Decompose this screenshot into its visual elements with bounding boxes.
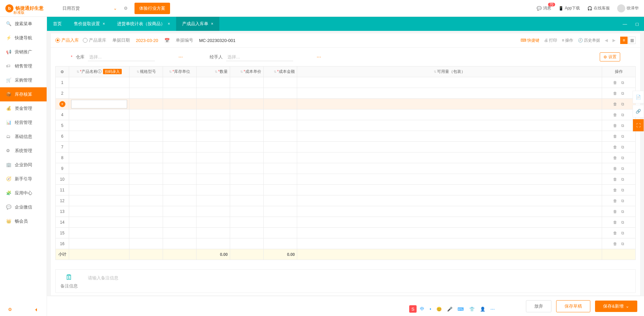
delete-icon[interactable]: 🗑 [613,241,617,246]
product-name-input[interactable] [71,100,127,108]
list-view-icon[interactable]: ≡ [620,37,628,44]
app-settings-icon[interactable]: ⚙ [124,6,128,11]
table-row[interactable]: 15🗑⧉ [56,228,636,238]
dock-note-icon[interactable]: 📄 [633,91,644,103]
help-icon[interactable]: ⓘ [98,69,102,74]
table-row[interactable]: 10🗑⧉ [56,174,636,185]
delete-icon[interactable]: 🗑 [613,188,617,192]
delete-icon[interactable]: 🗑 [613,80,617,85]
copy-icon[interactable]: ⧉ [621,231,624,235]
remarks-textarea[interactable] [83,270,635,292]
tab-0[interactable]: 首页 [47,17,68,31]
maximize-icon[interactable]: ◻ [631,18,643,30]
close-icon[interactable]: × [211,21,213,26]
hotkey-button[interactable]: ⌨快捷键 [521,38,539,43]
delete-icon[interactable]: 🗑 [613,231,617,235]
scan-button[interactable]: 扫码录入 [103,69,122,74]
sidebar-item-11[interactable]: 🧭新手引导 [0,172,47,186]
ime-tools-icons[interactable]: • 😊 🎤 ⌨ 👕 👤 ⋯ [430,307,497,312]
copy-icon[interactable]: ⧉ [621,134,624,139]
sidebar-item-6[interactable]: 💰资金管理 [0,101,47,116]
table-row[interactable]: 1🗑⧉ [56,77,636,88]
radio-product-out[interactable]: 产品退库 [83,37,106,43]
col-spec[interactable]: ⇅规格型号 [129,66,163,77]
copy-icon[interactable]: ⧉ [621,155,624,160]
copy-icon[interactable]: ⧉ [621,102,624,106]
delete-icon[interactable]: 🗑 [613,166,617,171]
sidebar-item-3[interactable]: 🏷销售管理 [0,59,47,73]
table-row[interactable]: +🗑⧉ [56,99,636,109]
close-icon[interactable]: × [103,21,105,26]
table-row[interactable]: 16🗑⧉ [56,238,636,249]
add-row-icon[interactable]: + [59,101,65,107]
copy-icon[interactable]: ⧉ [621,91,624,96]
user-menu[interactable]: 徐泽华 [617,4,639,12]
col-qty[interactable]: ⇅*数量 [197,66,230,77]
discard-button[interactable]: 放弃 [526,300,551,312]
cta-industry-button[interactable]: 体验行业方案 [135,3,170,14]
collapse-icon[interactable]: ⏴ [34,307,39,312]
tab-1[interactable]: 售价提取设置× [68,17,111,31]
delete-icon[interactable]: 🗑 [613,209,617,214]
date-value[interactable]: 2023-03-20 [136,38,158,43]
ime-s-icon[interactable]: S [409,305,417,313]
table-row[interactable]: 6🗑⧉ [56,131,636,142]
copy-icon[interactable]: ⧉ [621,177,624,182]
col-settings[interactable]: ⚙ [56,66,69,77]
table-row[interactable]: 8🗑⧉ [56,152,636,163]
copy-icon[interactable]: ⧉ [621,123,624,128]
operate-button[interactable]: ≡操作 [562,38,573,43]
next-icon[interactable]: ▶ [612,38,615,43]
warehouse-more-icon[interactable]: ⋯ [178,54,183,59]
col-unit[interactable]: ⇅*库存单位 [163,66,197,77]
delete-icon[interactable]: 🗑 [613,220,617,225]
delete-icon[interactable]: 🗑 [613,91,617,96]
close-icon[interactable]: × [168,21,170,26]
sidebar-item-1[interactable]: ⚡快捷导航 [0,31,47,45]
copy-icon[interactable]: ⧉ [621,80,624,85]
messages-button[interactable]: 💬 消息 70 [537,5,551,11]
print-button[interactable]: 🖨打印 [544,38,557,43]
sidebar-item-8[interactable]: 🗂基础信息 [0,130,47,144]
table-row[interactable]: 5🗑⧉ [56,120,636,131]
copy-icon[interactable]: ⧉ [621,220,624,225]
col-available[interactable]: ⇅可用量（包装） [297,66,602,77]
delete-icon[interactable]: 🗑 [613,123,617,128]
copy-icon[interactable]: ⧉ [621,198,624,203]
handler-more-icon[interactable]: ⋯ [317,54,321,59]
form-settings-button[interactable]: ⚙ 设置 [600,52,620,61]
delete-icon[interactable]: 🗑 [613,177,617,182]
sidebar-item-14[interactable]: 👑畅会员 [0,214,47,228]
grid-view-icon[interactable]: ▦ [628,37,636,44]
table-row[interactable]: 13🗑⧉ [56,206,636,217]
history-button[interactable]: 🕘历史单据 [578,38,600,43]
sidebar-item-4[interactable]: 🛒采购管理 [0,73,47,87]
table-row[interactable]: 12🗑⧉ [56,195,636,206]
calendar-icon[interactable]: 📅 [164,38,170,43]
dock-attach-icon[interactable]: 🔗 [633,105,644,118]
app-download-button[interactable]: 📱 App下载 [558,5,580,11]
col-product-name[interactable]: ⇅*产品名称ⓘ扫码录入 [69,66,129,77]
sidebar-item-10[interactable]: 🏢企业协同 [0,158,47,172]
table-row[interactable]: 2🗑⧉ [56,88,636,99]
sidebar-item-13[interactable]: 💬企业微信 [0,200,47,214]
sidebar-item-9[interactable]: ⚙系统管理 [0,144,47,158]
delete-icon[interactable]: 🗑 [613,145,617,149]
copy-icon[interactable]: ⧉ [621,209,624,214]
sidebar-item-7[interactable]: 📊经营管理 [0,116,47,130]
support-button[interactable]: 🎧 在线客服 [587,5,610,11]
sidebar-item-0[interactable]: 🔍搜索菜单 [0,17,47,31]
delete-icon[interactable]: 🗑 [613,112,617,117]
table-row[interactable]: 7🗑⧉ [56,142,636,152]
minimize-icon[interactable]: — [619,18,631,30]
save-draft-button[interactable]: 保存草稿 [556,300,590,312]
prev-icon[interactable]: ◀ [605,38,608,43]
warehouse-input[interactable] [88,53,155,61]
copy-icon[interactable]: ⧉ [621,112,624,117]
delete-icon[interactable]: 🗑 [613,155,617,160]
copy-icon[interactable]: ⧉ [621,188,624,192]
table-row[interactable]: 9🗑⧉ [56,163,636,174]
sidebar-item-12[interactable]: 🧩应用中心 [0,186,47,200]
handler-input[interactable] [226,53,293,61]
delete-icon[interactable]: 🗑 [613,102,617,106]
